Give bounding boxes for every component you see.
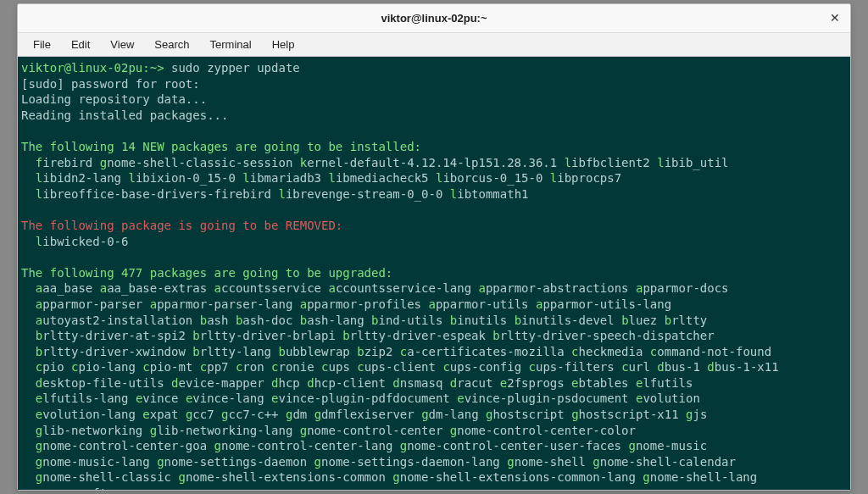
menu-search[interactable]: Search	[146, 35, 198, 54]
terminal-line: gnome-control-center-goa gnome-control-c…	[21, 438, 847, 454]
terminal-line: The following package is going to be REM…	[21, 218, 847, 234]
terminal-window: viktor@linux-02pu:~ ✕ FileEditViewSearch…	[17, 3, 851, 491]
terminal-line: Loading repository data...	[21, 92, 847, 108]
terminal-line: gnome-software	[21, 486, 847, 490]
titlebar: viktor@linux-02pu:~ ✕	[18, 4, 850, 33]
terminal-line: The following 477 packages are going to …	[21, 265, 847, 281]
terminal-line	[21, 249, 847, 265]
terminal-line: viktor@linux-02pu:~> sudo zypper update	[21, 60, 847, 76]
terminal-line	[21, 202, 847, 218]
terminal-line: aaa_base aaa_base-extras accountsservice…	[21, 280, 847, 297]
menu-view[interactable]: View	[102, 35, 142, 54]
terminal-line: cpio cpio-lang cpio-mt cpp7 cron cronie …	[21, 359, 847, 375]
terminal-line: gnome-music-lang gnome-settings-daemon g…	[21, 454, 847, 470]
menu-file[interactable]: File	[25, 35, 59, 54]
window-title: viktor@linux-02pu:~	[381, 12, 487, 25]
terminal-line: evolution-lang expat gcc7 gcc7-c++ gdm g…	[21, 407, 847, 423]
terminal-line: elfutils-lang evince evince-lang evince-…	[21, 391, 847, 407]
terminal-line: libwicked-0-6	[21, 234, 847, 250]
terminal-output[interactable]: viktor@linux-02pu:~> sudo zypper update[…	[18, 57, 850, 490]
menubar: FileEditViewSearchTerminalHelp	[18, 33, 850, 57]
terminal-line	[21, 123, 847, 139]
menu-terminal[interactable]: Terminal	[202, 35, 260, 54]
terminal-line: libidn2-lang libixion-0_15-0 libmariadb3…	[21, 170, 847, 186]
close-icon[interactable]: ✕	[826, 9, 843, 26]
terminal-line: libreoffice-base-drivers-firebird librev…	[21, 186, 847, 203]
terminal-line: [sudo] password for root:	[21, 76, 847, 92]
menu-help[interactable]: Help	[264, 35, 303, 54]
terminal-line: gnome-shell-classic gnome-shell-extensio…	[21, 469, 847, 486]
terminal-line: autoyast2-installation bash bash-doc bas…	[21, 313, 847, 329]
terminal-line: apparmor-parser apparmor-parser-lang app…	[21, 297, 847, 313]
terminal-line: The following 14 NEW packages are going …	[21, 139, 847, 155]
menu-edit[interactable]: Edit	[63, 35, 98, 54]
terminal-line: desktop-file-utils device-mapper dhcp dh…	[21, 375, 847, 391]
terminal-line: glib-networking glib-networking-lang gno…	[21, 423, 847, 439]
terminal-line: Reading installed packages...	[21, 108, 847, 124]
terminal-line: firebird gnome-shell-classic-session ker…	[21, 155, 847, 171]
terminal-line: brltty-driver-at-spi2 brltty-driver-brla…	[21, 328, 847, 344]
terminal-line: brltty-driver-xwindow brltty-lang bubble…	[21, 344, 847, 360]
